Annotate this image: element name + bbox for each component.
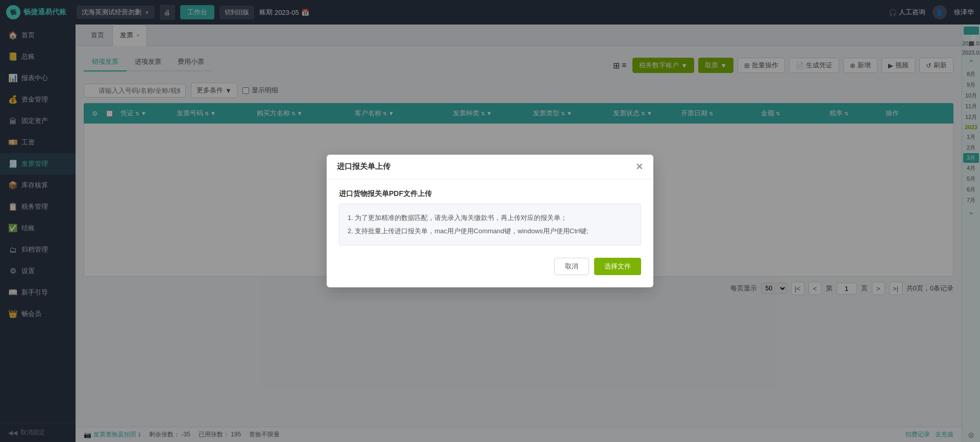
dialog-close-button[interactable]: ✕ — [635, 162, 643, 171]
cancel-button[interactable]: 取消 — [554, 258, 589, 275]
dialog-header: 进口报关单上传 ✕ — [327, 155, 653, 179]
choose-file-button[interactable]: 选择文件 — [594, 258, 641, 275]
dialog-overlay: 进口报关单上传 ✕ 进口货物报关单PDF文件上传 1. 为了更加精准的数据匹配，… — [0, 0, 980, 442]
dialog-info-line-2: 2. 支持批量上传进口报关单，mac用户使用Command键，windows用户… — [348, 225, 632, 238]
dialog-info-box: 1. 为了更加精准的数据匹配，请先录入海关缴款书，再上传对应的报关单； 2. 支… — [339, 204, 641, 245]
dialog-footer: 取消 选择文件 — [339, 256, 641, 275]
dialog-info-line-1: 1. 为了更加精准的数据匹配，请先录入海关缴款书，再上传对应的报关单； — [348, 211, 632, 225]
dialog-content-title: 进口货物报关单PDF文件上传 — [339, 189, 641, 199]
dialog-title: 进口报关单上传 — [337, 162, 390, 171]
dialog-body: 进口货物报关单PDF文件上传 1. 为了更加精准的数据匹配，请先录入海关缴款书，… — [327, 179, 653, 287]
import-customs-dialog: 进口报关单上传 ✕ 进口货物报关单PDF文件上传 1. 为了更加精准的数据匹配，… — [327, 155, 653, 287]
